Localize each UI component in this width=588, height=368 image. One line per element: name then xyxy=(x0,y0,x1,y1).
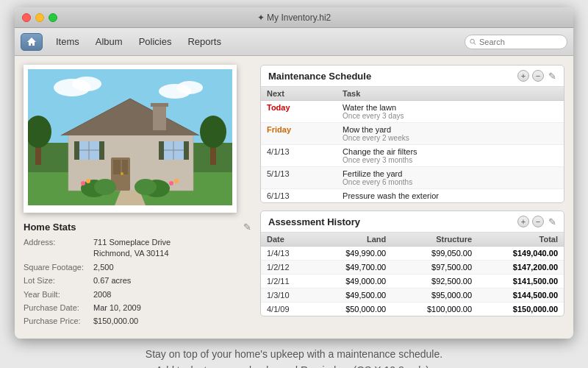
home-button[interactable] xyxy=(21,33,43,51)
maintenance-edit-icon[interactable]: ✎ xyxy=(548,71,556,82)
table-row: Today Water the lawn Once every 3 days xyxy=(261,101,564,123)
assess-date: 1/4/13 xyxy=(261,247,313,261)
maint-date: 5/1/13 xyxy=(267,169,290,178)
nav-album-button[interactable]: Album xyxy=(88,34,130,49)
task-sub: Once every 3 days xyxy=(343,112,558,120)
maint-task-cell: Change the air filters Once every 3 mont… xyxy=(337,145,564,167)
purchasedate-row: Purchase Date: Mar 10, 2009 xyxy=(24,302,251,314)
search-input[interactable] xyxy=(479,38,562,46)
nav-policies-button[interactable]: Policies xyxy=(132,34,179,49)
table-row: 1/3/10 $49,500.00 $95,000.00 $144,500.00 xyxy=(261,289,564,302)
home-stats: Home Stats ✎ Address: 711 Someplace Driv… xyxy=(24,222,251,328)
footer-line2: Add tasks to your calendar and Reminders… xyxy=(15,362,573,368)
maintenance-title: Maintenance Schedule xyxy=(268,71,371,82)
svg-point-7 xyxy=(176,81,203,94)
minimize-button[interactable] xyxy=(35,13,44,22)
maximize-button[interactable] xyxy=(49,13,57,22)
assess-structure: $92,500.00 xyxy=(392,275,478,289)
assessment-add-button[interactable]: + xyxy=(517,216,529,227)
purchaseprice-value: $150,000.00 xyxy=(93,316,138,327)
yearbuilt-row: Year Built: 2008 xyxy=(24,289,251,300)
sqft-row: Square Footage: 2,500 xyxy=(24,262,251,273)
svg-rect-19 xyxy=(122,160,128,174)
assess-col-date: Date xyxy=(261,233,313,247)
assess-date: 1/2/12 xyxy=(261,261,313,275)
maint-date: 4/1/13 xyxy=(267,147,290,156)
maint-task-cell: Pressure wash the exterior xyxy=(337,189,564,203)
table-row: 1/2/12 $49,700.00 $97,500.00 $147,200.00 xyxy=(261,261,564,275)
task-main: Mow the yard xyxy=(343,125,558,134)
assess-col-land: Land xyxy=(313,233,392,247)
maintenance-card: Maintenance Schedule + − ✎ Next Task xyxy=(260,65,564,203)
svg-point-40 xyxy=(81,181,85,185)
address-row: Address: 711 Someplace DriveRichmond, VA… xyxy=(24,237,251,260)
table-row: 6/1/13 Pressure wash the exterior xyxy=(261,189,564,203)
traffic-lights xyxy=(22,13,57,22)
search-box xyxy=(465,35,567,49)
assess-land: $49,990.00 xyxy=(313,247,392,261)
assessment-title: Assessment History xyxy=(268,216,360,227)
close-button[interactable] xyxy=(22,13,31,22)
assess-structure: $97,500.00 xyxy=(392,261,478,275)
maint-task-cell: Water the lawn Once every 3 days xyxy=(337,101,564,123)
purchasedate-value: Mar 10, 2009 xyxy=(93,302,141,314)
svg-rect-15 xyxy=(153,105,166,130)
svg-rect-30 xyxy=(184,141,189,160)
task-main: Fertilize the yard xyxy=(343,169,558,178)
maintenance-remove-button[interactable]: − xyxy=(532,70,544,82)
assess-land: $49,500.00 xyxy=(313,289,392,302)
yearbuilt-label: Year Built: xyxy=(24,289,93,300)
yearbuilt-value: 2008 xyxy=(93,289,111,300)
task-main: Pressure wash the exterior xyxy=(343,191,558,200)
assess-land: $49,000.00 xyxy=(313,275,392,289)
task-main: Water the lawn xyxy=(343,103,558,112)
nav-items-button[interactable]: Items xyxy=(49,34,87,49)
assess-total: $149,040.00 xyxy=(478,247,564,261)
maintenance-add-button[interactable]: + xyxy=(517,70,529,82)
svg-point-35 xyxy=(135,179,157,195)
assessment-remove-button[interactable]: − xyxy=(532,216,544,227)
maint-date: Friday xyxy=(267,125,291,134)
sqft-label: Square Footage: xyxy=(24,262,93,273)
search-icon xyxy=(470,38,476,46)
toolbar: Items Album Policies Reports xyxy=(15,28,573,56)
assess-structure: $99,050.00 xyxy=(392,247,478,261)
assessment-table: Date Land Structure Total 1/4/13 $49,990… xyxy=(261,233,564,316)
task-sub: Once every 2 weeks xyxy=(343,134,558,142)
assessment-card: Assessment History + − ✎ Date Land Struc… xyxy=(260,210,564,316)
home-stats-edit-icon[interactable]: ✎ xyxy=(243,222,251,233)
maintenance-table: Next Task Today Water the lawn Once ever… xyxy=(261,87,564,202)
house-photo-frame xyxy=(24,65,237,213)
assess-total: $141,500.00 xyxy=(478,275,564,289)
assessment-edit-icon[interactable]: ✎ xyxy=(548,216,556,227)
nav-items: Items Album Policies Reports xyxy=(49,34,229,49)
titlebar: ✦ My Inventory.hi2 xyxy=(15,7,573,28)
lotsize-value: 0.67 acres xyxy=(93,275,131,286)
task-sub: Once every 6 months xyxy=(343,178,558,186)
assess-land: $50,000.00 xyxy=(313,302,392,316)
address-value: 711 Someplace DriveRichmond, VA 30114 xyxy=(93,237,171,260)
purchaseprice-row: Purchase Price: $150,000.00 xyxy=(24,316,251,327)
lotsize-row: Lot Size: 0.67 acres xyxy=(24,275,251,286)
svg-rect-18 xyxy=(113,160,121,174)
assessment-actions: + − ✎ xyxy=(517,216,556,227)
svg-point-39 xyxy=(200,116,226,148)
maint-col-task: Task xyxy=(337,87,564,101)
svg-point-42 xyxy=(169,181,173,185)
purchasedate-label: Purchase Date: xyxy=(24,302,93,314)
svg-point-20 xyxy=(121,172,123,175)
assess-total: $144,500.00 xyxy=(478,289,564,302)
table-row: 5/1/13 Fertilize the yard Once every 6 m… xyxy=(261,167,564,189)
sqft-value: 2,500 xyxy=(93,262,114,273)
table-row: 4/1/09 $50,000.00 $100,000.00 $150,000.0… xyxy=(261,302,564,316)
home-stats-header: Home Stats ✎ xyxy=(24,222,251,233)
maint-date: Today xyxy=(267,103,290,112)
main-content: Home Stats ✎ Address: 711 Someplace Driv… xyxy=(15,56,573,339)
svg-rect-29 xyxy=(159,141,164,160)
maintenance-header: Maintenance Schedule + − ✎ xyxy=(261,66,564,87)
svg-point-5 xyxy=(72,77,101,91)
maint-task-cell: Mow the yard Once every 2 weeks xyxy=(337,123,564,145)
footer: Stay on top of your home's upkeep with a… xyxy=(0,339,588,368)
nav-reports-button[interactable]: Reports xyxy=(180,34,229,49)
svg-point-1 xyxy=(470,39,474,43)
